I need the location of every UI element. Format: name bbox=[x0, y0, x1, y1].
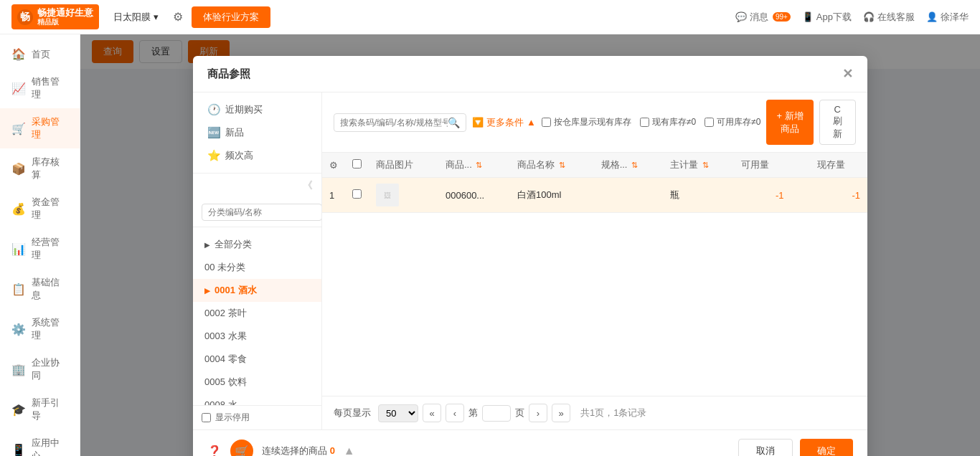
page-input[interactable]: 1 bbox=[482, 405, 511, 422]
modal-overlay: 商品参照 ✕ 🕐 近期购买 🆕 bbox=[80, 34, 980, 456]
modal-left-panel: 🕐 近期购买 🆕 新品 ⭐ 频次高 bbox=[193, 92, 322, 429]
cart-icon[interactable]: 🛒 bbox=[230, 440, 253, 456]
sidebar-item-system[interactable]: ⚙️ 系统管理 bbox=[0, 309, 80, 349]
cell-image: 🖼 bbox=[369, 178, 438, 213]
cat-item-drink[interactable]: 0005 饮料 bbox=[193, 371, 321, 394]
cell-spacer bbox=[791, 178, 811, 213]
modal-close-btn[interactable]: ✕ bbox=[842, 66, 853, 82]
table-header-row: ⚙ 商品图片 商品... ⇅ 商品名称 bbox=[322, 153, 867, 178]
cell-checkbox[interactable] bbox=[345, 178, 369, 213]
footer-collapse-btn[interactable]: ▲ bbox=[344, 445, 355, 456]
sidebar-item-finance[interactable]: 💰 资金管理 bbox=[0, 189, 80, 229]
check-stock-nonzero-label[interactable]: 现有库存≠0 bbox=[640, 116, 696, 128]
search-icon[interactable]: 🔍 bbox=[448, 117, 460, 128]
guide-icon: 🎓 bbox=[11, 403, 26, 417]
quick-item-recent[interactable]: 🕐 近期购买 bbox=[202, 98, 313, 121]
product-thumbnail: 🖼 bbox=[376, 184, 399, 206]
basic-icon: 📋 bbox=[11, 282, 26, 296]
pagination: 每页显示 102050100 « ‹ 第 1 页 › » 共1页，1条记录 bbox=[322, 396, 867, 429]
select-all-checkbox[interactable] bbox=[352, 159, 362, 168]
more-filter-btn[interactable]: 🔽 更多条件 ▲ bbox=[472, 116, 536, 129]
modal-right-panel: 🔍 🔽 更多条件 ▲ 按仓库显示现有库存 bbox=[322, 92, 867, 429]
sidebar-item-basic[interactable]: 📋 基础信息 bbox=[0, 269, 80, 309]
col-code[interactable]: 商品... ⇅ bbox=[438, 153, 510, 178]
row-checkbox[interactable] bbox=[352, 189, 362, 199]
footer-btns: 取消 确定 bbox=[738, 439, 853, 456]
logo-icon: 畅 bbox=[17, 9, 33, 25]
app-download-btn[interactable]: 📱 App下载 bbox=[802, 11, 852, 24]
col-checkbox[interactable] bbox=[345, 153, 369, 178]
col-unit[interactable]: 主计量 ⇅ bbox=[663, 153, 734, 178]
cell-code: 000600... bbox=[438, 178, 510, 213]
sidebar-item-apps[interactable]: 📱 应用中心 bbox=[0, 429, 80, 456]
cell-available: -1 bbox=[734, 178, 791, 213]
cancel-btn[interactable]: 取消 bbox=[738, 439, 793, 456]
logo: 畅 畅捷通好生意 精品版 bbox=[11, 4, 99, 30]
table-row[interactable]: 1 🖼 000600... 白酒100ml 瓶 bbox=[322, 178, 867, 213]
gear-icon[interactable]: ⚙ bbox=[173, 10, 183, 24]
next-page-btn[interactable]: › bbox=[529, 404, 547, 422]
check-stock-nonzero[interactable] bbox=[640, 118, 649, 127]
col-stock: 现存量 bbox=[810, 153, 867, 178]
check-warehouse-label[interactable]: 按仓库显示现有库存 bbox=[542, 116, 631, 128]
modal: 商品参照 ✕ 🕐 近期购买 🆕 bbox=[193, 56, 867, 456]
col-name[interactable]: 商品名称 ⇅ bbox=[510, 153, 594, 178]
display-disabled-checkbox[interactable] bbox=[202, 413, 211, 422]
message-icon: 💬 bbox=[735, 11, 747, 22]
check-avail-nonzero[interactable] bbox=[705, 118, 714, 127]
sidebar-item-sales[interactable]: 📈 销售管理 bbox=[0, 68, 80, 108]
cat-item-wine[interactable]: ▶ 0001 酒水 bbox=[193, 279, 321, 302]
collab-icon: 🏢 bbox=[11, 363, 26, 376]
quick-nav: 🕐 近期购买 🆕 新品 ⭐ 频次高 bbox=[193, 92, 321, 174]
category-search-input[interactable] bbox=[202, 204, 322, 221]
nav-right: 💬 消息 99+ 📱 App下载 🎧 在线客服 👤 徐泽华 bbox=[735, 11, 969, 24]
filter-icon: 🔽 bbox=[472, 117, 484, 128]
sidebar-item-ops[interactable]: 📊 经营管理 bbox=[0, 229, 80, 269]
cat-item-uncat[interactable]: 00 未分类 bbox=[193, 256, 321, 279]
col-settings[interactable]: ⚙ bbox=[322, 153, 345, 178]
product-search-input[interactable] bbox=[340, 118, 448, 128]
quick-item-frequent[interactable]: ⭐ 频次高 bbox=[202, 144, 313, 167]
add-product-btn[interactable]: + 新增商品 bbox=[766, 100, 813, 145]
modal-footer: ❓ 🛒 连续选择的商品 0 ▲ 取消 确定 bbox=[193, 429, 867, 456]
modal-header: 商品参照 ✕ bbox=[193, 56, 867, 92]
sort-name-icon: ⇅ bbox=[559, 161, 565, 169]
check-warehouse[interactable] bbox=[542, 118, 551, 127]
quick-item-new[interactable]: 🆕 新品 bbox=[202, 121, 313, 144]
sidebar-item-collab[interactable]: 🏢 企业协同 bbox=[0, 349, 80, 389]
online-service-btn[interactable]: 🎧 在线客服 bbox=[863, 11, 915, 24]
sidebar-item-purchase[interactable]: 🛒 采购管理 bbox=[0, 108, 80, 148]
ops-icon: 📊 bbox=[11, 242, 26, 256]
cat-item-water[interactable]: 0008 水 bbox=[193, 394, 321, 405]
nav-selector[interactable]: 日太阳膜 ▾ bbox=[108, 8, 164, 27]
cell-spec bbox=[594, 178, 663, 213]
first-page-btn[interactable]: « bbox=[423, 404, 441, 422]
messages-btn[interactable]: 💬 消息 99+ bbox=[735, 11, 791, 24]
cat-item-tea[interactable]: 0002 茶叶 bbox=[193, 302, 321, 325]
category-tree: ▶ 全部分类 00 未分类 ▶ 0001 酒水 0002 茶 bbox=[193, 227, 321, 405]
confirm-btn[interactable]: 确定 bbox=[800, 439, 853, 456]
last-page-btn[interactable]: » bbox=[552, 404, 570, 422]
cat-item-all[interactable]: ▶ 全部分类 bbox=[193, 233, 321, 256]
col-spec[interactable]: 规格... ⇅ bbox=[594, 153, 663, 178]
clock-icon: 🕐 bbox=[207, 103, 221, 116]
prev-page-btn[interactable]: ‹ bbox=[446, 404, 464, 422]
sidebar-item-guide[interactable]: 🎓 新手引导 bbox=[0, 389, 80, 429]
top-nav: 畅 畅捷通好生意 精品版 日太阳膜 ▾ ⚙ 体验行业方案 💬 消息 99+ 📱 … bbox=[0, 0, 980, 34]
phone-icon: 📱 bbox=[802, 11, 814, 22]
help-icon[interactable]: ❓ bbox=[207, 445, 222, 457]
page-label-text: 第 bbox=[468, 407, 478, 419]
sidebar-item-stock[interactable]: 📦 库存核算 bbox=[0, 148, 80, 189]
cat-item-snack[interactable]: 0004 零食 bbox=[193, 348, 321, 371]
collapse-btn[interactable]: 《 bbox=[193, 174, 321, 198]
refresh-btn[interactable]: C 刷新 bbox=[819, 100, 856, 145]
col-available: 可用量 bbox=[734, 153, 791, 178]
user-info[interactable]: 👤 徐泽华 bbox=[926, 11, 969, 24]
system-icon: ⚙️ bbox=[11, 323, 26, 336]
filter-bar: 🔍 🔽 更多条件 ▲ 按仓库显示现有库存 bbox=[322, 92, 867, 153]
cat-item-fruit[interactable]: 0003 水果 bbox=[193, 325, 321, 348]
sidebar-item-home[interactable]: 🏠 首页 bbox=[0, 40, 80, 68]
trial-btn[interactable]: 体验行业方案 bbox=[192, 6, 270, 28]
check-avail-nonzero-label[interactable]: 可用库存≠0 bbox=[705, 116, 760, 128]
per-page-select[interactable]: 102050100 bbox=[378, 404, 418, 422]
